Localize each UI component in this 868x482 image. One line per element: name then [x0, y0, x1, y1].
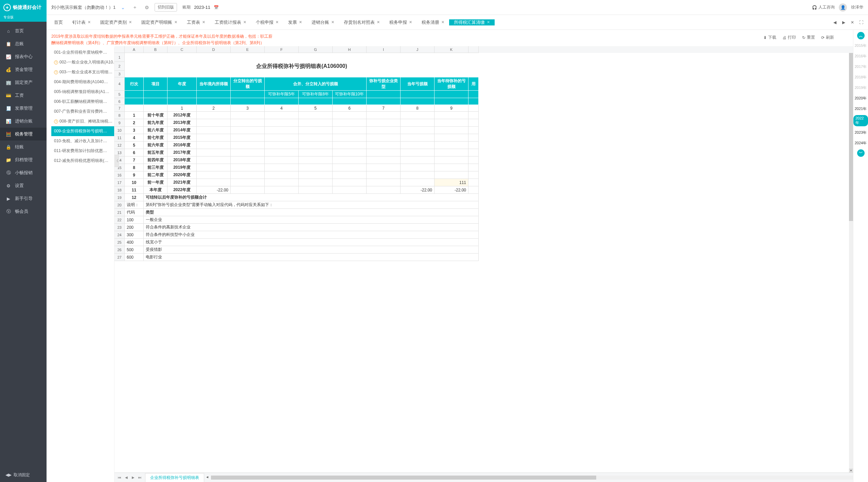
report-item[interactable]: 011-研发费用加计扣除优惠… [51, 146, 114, 156]
cell[interactable]: 2021年度 [167, 179, 197, 186]
cell[interactable] [231, 98, 265, 105]
tabs-prev-button[interactable]: ◀ [831, 18, 839, 26]
year-item[interactable]: 2017年 [855, 62, 867, 71]
cell[interactable]: 2019年度 [167, 164, 197, 171]
row-header[interactable]: 22 [114, 216, 125, 224]
cell[interactable] [299, 127, 333, 134]
cell[interactable] [367, 134, 401, 142]
cell[interactable] [299, 142, 333, 149]
row-header[interactable]: 12 [114, 142, 125, 149]
col-header[interactable]: H [333, 46, 367, 53]
cell[interactable]: 第6列"弥补亏损企业类型"需要手动输入对应代码，代码对应关系如下： [144, 201, 479, 209]
cell[interactable]: 2016年度 [167, 142, 197, 149]
cell[interactable]: 2020年度 [167, 171, 197, 179]
cell[interactable] [367, 98, 401, 105]
report-item[interactable]: ?008-资产折旧、摊销及纳税… [51, 116, 114, 126]
row-header[interactable]: 5 [114, 91, 125, 98]
cell[interactable]: -22.00 [435, 186, 468, 194]
cell[interactable] [468, 142, 479, 149]
cell[interactable] [333, 112, 367, 119]
tab[interactable]: 税务申报✕ [385, 19, 417, 25]
switch-old-button[interactable]: 切到旧版 [155, 3, 177, 12]
cell[interactable] [125, 53, 479, 62]
cell[interactable] [197, 112, 231, 119]
row-header[interactable]: 24 [114, 231, 125, 239]
cell[interactable]: 年度 [167, 77, 197, 91]
row-header[interactable]: 8 [114, 112, 125, 119]
row-header[interactable]: 3 [114, 71, 125, 77]
cell[interactable]: 说明： [125, 201, 144, 209]
cell[interactable]: 前五年度 [144, 149, 167, 156]
cell[interactable] [197, 179, 231, 186]
cell[interactable] [299, 186, 333, 194]
cell[interactable] [197, 171, 231, 179]
tab-close-icon[interactable]: ✕ [243, 20, 246, 24]
tab[interactable]: 钉计表✕ [68, 19, 95, 25]
sheet-tab[interactable]: 企业所得税弥补亏损明细表 [145, 473, 204, 482]
col-header[interactable]: E [231, 46, 265, 53]
row-header[interactable]: 6 [114, 98, 125, 105]
tab-close-icon[interactable]: ✕ [441, 20, 444, 24]
row-header[interactable]: 4 [114, 77, 125, 91]
tab-close-icon[interactable]: ✕ [88, 20, 91, 24]
cell[interactable] [468, 134, 479, 142]
cell[interactable]: 符合条件的科技型中小企业 [144, 231, 479, 239]
cell[interactable] [401, 149, 435, 156]
cell[interactable] [167, 91, 197, 98]
cell[interactable] [231, 91, 265, 98]
col-header[interactable]: B [144, 46, 167, 53]
cell[interactable] [435, 164, 468, 171]
cell[interactable] [299, 134, 333, 142]
cell[interactable]: 4 [125, 134, 144, 142]
tab-close-icon[interactable]: ✕ [331, 20, 334, 24]
cell[interactable]: 500 [125, 246, 144, 254]
cell[interactable] [231, 134, 265, 142]
cell[interactable]: 2015年度 [167, 134, 197, 142]
cell[interactable]: 前六年度 [144, 142, 167, 149]
row-header[interactable]: 18 [114, 186, 125, 194]
cell[interactable] [367, 127, 401, 134]
cell[interactable]: 3 [125, 127, 144, 134]
cell[interactable]: 符合条件的高新技术企业 [144, 224, 479, 231]
tab-close-icon[interactable]: ✕ [377, 20, 380, 24]
cell[interactable] [401, 134, 435, 142]
tab-close-icon[interactable]: ✕ [174, 20, 177, 24]
cell[interactable]: 600 [125, 254, 144, 261]
cell[interactable] [299, 171, 333, 179]
row-header[interactable]: 20 [114, 201, 125, 209]
cell[interactable]: 2014年度 [167, 127, 197, 134]
cell[interactable]: 11 [125, 186, 144, 194]
cell[interactable] [367, 112, 401, 119]
tabs-next-button[interactable]: ▶ [839, 18, 848, 26]
cell[interactable]: 类型 [144, 209, 479, 216]
hscroll-thumb[interactable] [211, 476, 596, 480]
cell[interactable]: 8 [401, 105, 435, 112]
download-button[interactable]: ⬇下载 [763, 35, 776, 40]
nav-item-vip[interactable]: Ⓥ畅会员 [0, 205, 47, 218]
cell[interactable] [333, 98, 367, 105]
tab[interactable]: 工资统计报表✕ [210, 19, 251, 25]
cell[interactable]: 5 [299, 105, 333, 112]
cell[interactable]: 受疫情影 [144, 246, 479, 254]
report-item[interactable]: 006-职工薪酬纳税调整明细… [51, 97, 114, 107]
cell[interactable] [265, 186, 299, 194]
cell[interactable] [265, 179, 299, 186]
cell[interactable] [367, 149, 401, 156]
cell[interactable] [401, 164, 435, 171]
cell[interactable] [265, 156, 299, 164]
collapse-handle[interactable]: 《 [114, 155, 119, 167]
cell[interactable]: 前四年度 [144, 156, 167, 164]
scroll-left-icon[interactable]: ◀ [206, 476, 208, 479]
cell[interactable] [299, 98, 333, 105]
nav-item-home[interactable]: ⌂首页 [0, 24, 47, 37]
nav-item-invoice[interactable]: 🧾发票管理 [0, 102, 47, 115]
cell[interactable] [435, 149, 468, 156]
year-item[interactable]: 2019年 [855, 84, 867, 92]
cell[interactable]: 弥补亏损企业类型 [367, 77, 401, 91]
account-dropdown-icon[interactable]: ⌄ [119, 5, 127, 10]
cell[interactable] [265, 119, 299, 127]
cell[interactable]: 行次 [125, 77, 144, 91]
print-button[interactable]: 🖨打印 [782, 35, 796, 40]
cell[interactable] [167, 98, 197, 105]
year-down-button[interactable]: ︾ [857, 149, 865, 157]
